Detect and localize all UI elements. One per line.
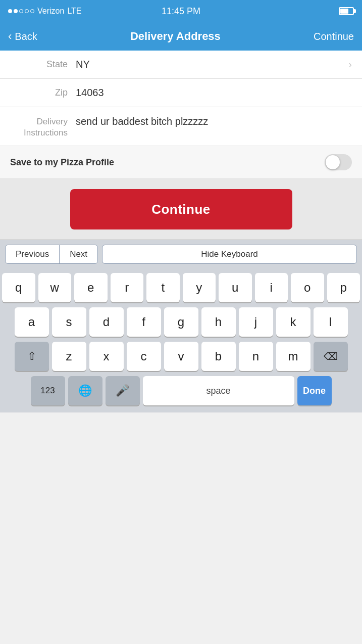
instructions-label: DeliveryInstructions bbox=[10, 114, 76, 139]
dot3 bbox=[19, 9, 23, 13]
key-e[interactable]: e bbox=[74, 273, 108, 302]
key-b[interactable]: b bbox=[201, 342, 236, 371]
previous-button[interactable]: Previous bbox=[6, 245, 60, 263]
globe-key[interactable]: 🌐 bbox=[68, 376, 102, 405]
signal-dots bbox=[8, 9, 34, 13]
key-c[interactable]: c bbox=[127, 342, 161, 371]
key-row-4: 123 🌐 🎤 space Done bbox=[2, 376, 360, 405]
carrier-label: Verizon bbox=[37, 7, 64, 16]
save-toggle[interactable] bbox=[325, 154, 352, 170]
dot5 bbox=[30, 9, 34, 13]
dot4 bbox=[25, 9, 29, 13]
key-z[interactable]: z bbox=[52, 342, 86, 371]
key-j[interactable]: j bbox=[239, 307, 273, 337]
dot2 bbox=[14, 9, 18, 13]
back-button[interactable]: ‹ Back bbox=[8, 30, 37, 43]
zip-row[interactable]: Zip 14063 bbox=[0, 79, 362, 107]
key-i[interactable]: i bbox=[255, 273, 288, 302]
state-row[interactable]: State NY › bbox=[0, 51, 362, 79]
mic-key[interactable]: 🎤 bbox=[106, 376, 140, 405]
key-p[interactable]: p bbox=[327, 273, 360, 302]
dot1 bbox=[8, 9, 12, 13]
key-a[interactable]: a bbox=[15, 307, 49, 337]
back-label: Back bbox=[15, 31, 37, 42]
nav-continue-button[interactable]: Continue bbox=[314, 31, 354, 42]
keyboard-toolbar: Previous Next Hide Keyboard bbox=[0, 240, 362, 268]
state-chevron-icon: › bbox=[348, 59, 352, 70]
backspace-key[interactable]: ⌫ bbox=[314, 342, 348, 371]
battery-fill bbox=[340, 9, 348, 14]
save-label: Save to my Pizza Profile bbox=[10, 157, 114, 168]
status-left: Verizon LTE bbox=[8, 7, 82, 16]
key-o[interactable]: o bbox=[291, 273, 324, 302]
page-title: Delivery Address bbox=[130, 30, 221, 43]
key-x[interactable]: x bbox=[89, 342, 124, 371]
key-row-1: q w e r t y u i o p bbox=[2, 273, 360, 302]
key-row-2: a s d f g h j k l bbox=[2, 307, 360, 337]
key-d[interactable]: d bbox=[89, 307, 124, 337]
continue-area: Continue bbox=[0, 179, 362, 240]
instructions-input[interactable] bbox=[76, 114, 352, 128]
key-q[interactable]: q bbox=[2, 273, 35, 302]
status-time: 11:45 PM bbox=[162, 6, 200, 17]
key-y[interactable]: y bbox=[183, 273, 216, 302]
key-m[interactable]: m bbox=[276, 342, 311, 371]
network-label: LTE bbox=[67, 7, 81, 16]
key-h[interactable]: h bbox=[201, 307, 236, 337]
form-area: State NY › Zip 14063 DeliveryInstruction… bbox=[0, 51, 362, 146]
battery-icon bbox=[339, 7, 354, 15]
zip-label: Zip bbox=[10, 87, 76, 98]
zip-value: 14063 bbox=[76, 87, 352, 99]
key-w[interactable]: w bbox=[38, 273, 72, 302]
key-f[interactable]: f bbox=[127, 307, 161, 337]
toggle-thumb bbox=[326, 155, 340, 169]
key-row-3: ⇧ z x c v b n m ⌫ bbox=[2, 342, 360, 371]
status-right bbox=[339, 7, 354, 15]
key-l[interactable]: l bbox=[314, 307, 348, 337]
key-u[interactable]: u bbox=[219, 273, 252, 302]
next-button[interactable]: Next bbox=[60, 245, 97, 263]
key-n[interactable]: n bbox=[239, 342, 273, 371]
keyboard: q w e r t y u i o p a s d f g h j k l ⇧ … bbox=[0, 268, 362, 412]
nav-bar: ‹ Back Delivery Address Continue bbox=[0, 22, 362, 51]
key-s[interactable]: s bbox=[52, 307, 86, 337]
instructions-row[interactable]: DeliveryInstructions bbox=[0, 107, 362, 146]
key-k[interactable]: k bbox=[276, 307, 311, 337]
hide-keyboard-button[interactable]: Hide Keyboard bbox=[102, 245, 357, 264]
key-v[interactable]: v bbox=[164, 342, 198, 371]
numbers-key[interactable]: 123 bbox=[31, 376, 65, 405]
status-bar: Verizon LTE 11:45 PM bbox=[0, 0, 362, 22]
prev-next-group: Previous Next bbox=[5, 245, 98, 264]
done-key[interactable]: Done bbox=[297, 376, 332, 405]
key-g[interactable]: g bbox=[164, 307, 198, 337]
space-key[interactable]: space bbox=[143, 376, 294, 405]
save-row[interactable]: Save to my Pizza Profile bbox=[0, 146, 362, 179]
state-label: State bbox=[10, 59, 76, 70]
key-t[interactable]: t bbox=[146, 273, 180, 302]
continue-button[interactable]: Continue bbox=[70, 189, 292, 229]
key-r[interactable]: r bbox=[111, 273, 144, 302]
state-value: NY bbox=[76, 59, 348, 70]
shift-key[interactable]: ⇧ bbox=[15, 342, 49, 371]
back-chevron-icon: ‹ bbox=[8, 30, 12, 43]
